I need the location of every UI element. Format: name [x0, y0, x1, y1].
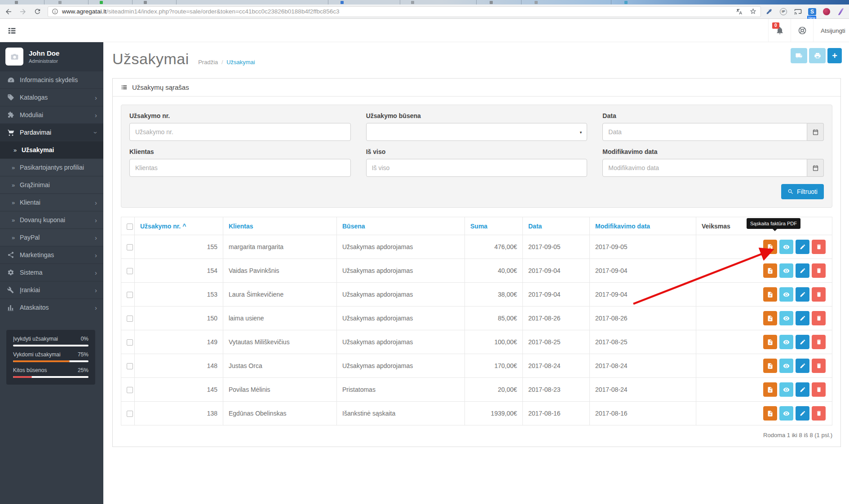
sidebar-item-catalog[interactable]: Katalogas — [0, 88, 103, 106]
edit-order-button[interactable] — [796, 240, 809, 254]
page-title: Užsakymai — [112, 50, 189, 67]
invoice-pdf-button[interactable] — [763, 287, 777, 302]
invoice-pdf-button[interactable] — [763, 335, 777, 349]
customer-input[interactable] — [129, 159, 351, 177]
invoice-pdf-button[interactable] — [763, 382, 777, 397]
row-checkbox[interactable] — [127, 387, 133, 393]
col-total[interactable]: Suma — [465, 217, 523, 235]
sidebar-item-modules[interactable]: Moduliai — [0, 106, 103, 123]
logout-button[interactable]: Atsijungti — [813, 19, 849, 42]
edit-order-button[interactable] — [796, 335, 809, 349]
col-order-nr[interactable]: Užsakymo nr. ^ — [135, 217, 223, 235]
delete-order-button[interactable] — [812, 287, 826, 302]
print-invoice-button[interactable] — [809, 48, 826, 63]
add-order-button[interactable]: + — [827, 48, 842, 63]
sidebar-item-gift-vouchers[interactable]: Dovanų kuponai — [0, 211, 103, 228]
translate-icon[interactable] — [736, 8, 743, 15]
sidebar-item-orders[interactable]: Užsakymai — [0, 141, 103, 158]
row-checkbox[interactable] — [127, 244, 133, 250]
view-order-button[interactable] — [779, 287, 793, 302]
row-checkbox[interactable] — [127, 339, 133, 346]
edit-order-button[interactable] — [796, 382, 809, 397]
eyedropper-extension-icon[interactable] — [765, 7, 774, 16]
invoice-pdf-button[interactable] — [763, 359, 777, 373]
url-host: www.agregatai.lt — [62, 8, 106, 15]
sidebar-item-returns[interactable]: Grąžinimai — [0, 176, 103, 193]
invoice-pdf-button[interactable] — [763, 311, 777, 325]
breadcrumb-current[interactable]: Užsakymai — [226, 59, 255, 66]
select-all-checkbox[interactable] — [127, 224, 133, 230]
view-order-button[interactable] — [779, 240, 793, 254]
edit-order-button[interactable] — [796, 359, 809, 373]
invoice-pdf-button[interactable] — [763, 406, 777, 421]
col-status[interactable]: Būsena — [337, 217, 465, 235]
order-nr-input[interactable] — [129, 123, 351, 141]
invoice-pdf-button[interactable] — [763, 263, 777, 278]
tab-separator — [400, 0, 400, 4]
s-extension-icon[interactable]: S New — [808, 7, 817, 16]
delete-order-button[interactable] — [812, 335, 826, 349]
ip-extension-icon[interactable]: IP — [779, 7, 788, 16]
back-button[interactable] — [3, 6, 14, 18]
table-header-row: Užsakymo nr. ^ Klientas Būsena Suma Data… — [121, 217, 832, 235]
cast-extension-icon[interactable] — [793, 7, 802, 16]
view-order-button[interactable] — [779, 335, 793, 349]
delete-order-button[interactable] — [812, 406, 826, 421]
calendar-button[interactable] — [807, 159, 824, 177]
filter-button[interactable]: Filtruoti — [781, 184, 824, 199]
date-modified-input[interactable] — [602, 159, 807, 177]
sidebar-item-marketing[interactable]: Marketingas — [0, 246, 103, 263]
row-checkbox[interactable] — [127, 363, 133, 369]
reload-button[interactable] — [31, 6, 43, 18]
address-bar[interactable]: www.agregatai.lt/siteadmin14/index.php?r… — [48, 6, 761, 17]
edit-order-button[interactable] — [796, 406, 809, 421]
calendar-button[interactable] — [807, 123, 824, 141]
page-info-icon[interactable] — [52, 8, 58, 15]
row-checkbox[interactable] — [127, 268, 133, 274]
camera-extension-icon[interactable] — [822, 7, 831, 16]
order-list-panel: Užsakymų sąrašas Užsakymo nr. Užsakymo b… — [112, 78, 841, 447]
col-date[interactable]: Data — [523, 217, 590, 235]
sidebar-item-dashboard[interactable]: Informacinis skydelis — [0, 71, 103, 88]
delete-order-button[interactable] — [812, 359, 826, 373]
bookmark-star-icon[interactable] — [749, 8, 757, 15]
sidebar-item-paypal[interactable]: PayPal — [0, 228, 103, 246]
view-order-button[interactable] — [779, 382, 793, 397]
delete-order-button[interactable] — [812, 263, 826, 278]
row-checkbox[interactable] — [127, 411, 133, 417]
edit-order-button[interactable] — [796, 311, 809, 325]
forward-button[interactable] — [17, 6, 29, 18]
edit-order-button[interactable] — [796, 263, 809, 278]
view-order-button[interactable] — [779, 359, 793, 373]
breadcrumb-home[interactable]: Pradžia — [198, 59, 218, 66]
browser-navbar: www.agregatai.lt/siteadmin14/index.php?r… — [0, 4, 849, 19]
view-order-button[interactable] — [779, 311, 793, 325]
delete-order-button[interactable] — [812, 240, 826, 254]
invoice-pdf-button[interactable] — [763, 240, 777, 254]
double-chevron-icon — [12, 164, 15, 171]
view-order-button[interactable] — [779, 263, 793, 278]
total-input[interactable] — [366, 159, 588, 177]
date-input[interactable] — [602, 123, 807, 141]
notifications-button[interactable]: 0 — [768, 19, 791, 42]
sidebar-item-system[interactable]: Sistema — [0, 263, 103, 281]
sidebar-item-sales[interactable]: Pardavimai — [0, 123, 103, 141]
sidebar-item-recurring-profiles[interactable]: Pasikartojantys profiliai — [0, 158, 103, 176]
browser-tab-strip[interactable] — [0, 0, 849, 4]
row-checkbox[interactable] — [127, 292, 133, 298]
col-customer[interactable]: Klientas — [223, 217, 337, 235]
delete-order-button[interactable] — [812, 382, 826, 397]
feather-extension-icon[interactable] — [836, 7, 845, 16]
shipping-list-button[interactable] — [791, 48, 807, 63]
edit-order-button[interactable] — [796, 287, 809, 302]
row-checkbox[interactable] — [127, 316, 133, 322]
sidebar-item-tools[interactable]: Įrankiai — [0, 281, 103, 298]
view-order-button[interactable] — [779, 406, 793, 421]
delete-order-button[interactable] — [812, 311, 826, 325]
help-button[interactable] — [791, 19, 813, 42]
col-date-modified[interactable]: Modifikavimo data — [590, 217, 696, 235]
sidebar-toggle-icon[interactable] — [7, 26, 17, 35]
sidebar-item-customers[interactable]: Klientai — [0, 193, 103, 211]
sidebar-item-reports[interactable]: Ataskaitos — [0, 298, 103, 316]
order-status-select[interactable] — [366, 123, 588, 141]
